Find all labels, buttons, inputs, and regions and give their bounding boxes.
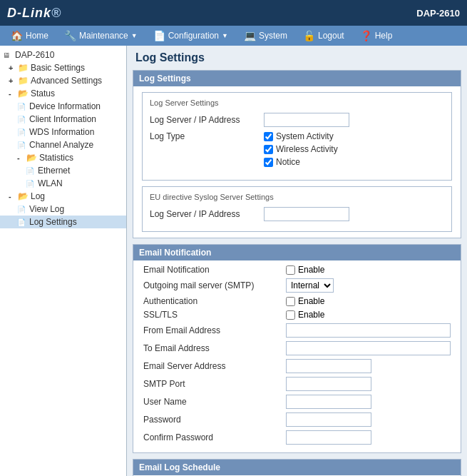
server-ip-input[interactable] — [264, 113, 349, 127]
doc-icon-6: 📄 — [26, 180, 36, 188]
sidebar-item-advanced-label: Advanced Settings — [31, 76, 102, 86]
email-schedule-section: Email Log Schedule Schedule 0 1 2 3 6 12… — [133, 459, 461, 476]
authentication-label: Authentication — [143, 296, 286, 306]
home-icon: 🏠 — [11, 30, 23, 41]
confirm-password-row: Confirm Password — [142, 430, 452, 445]
log-settings-content: Log Server Settings Log Server / IP Addr… — [133, 86, 461, 238]
configuration-arrow: ▼ — [222, 32, 228, 39]
model-label: DAP-2610 — [416, 8, 460, 19]
confirm-password-input[interactable] — [286, 430, 371, 445]
password-input[interactable] — [286, 412, 371, 427]
nav-logout-label: Logout — [318, 31, 344, 41]
sidebar-item-channel-analyze[interactable]: 📄 Channel Analyze — [0, 138, 126, 151]
sidebar-item-wlan-label: WLAN — [38, 178, 63, 188]
authentication-row: Authentication Enable — [142, 296, 452, 306]
sidebar-item-log-settings[interactable]: 📄 Log Settings — [0, 216, 126, 228]
ssl-tls-row: SSL/TLS Enable — [142, 310, 452, 320]
sidebar-item-basic[interactable]: + 📁 Basic Settings — [0, 61, 126, 74]
sidebar-item-advanced[interactable]: + 📁 Advanced Settings — [0, 74, 126, 87]
nav-system-label: System — [259, 31, 287, 41]
sidebar-item-statistics-label: Statistics — [39, 153, 73, 163]
sidebar-item-view-log[interactable]: 📄 View Log — [0, 203, 126, 216]
logout-icon: 🔓 — [303, 30, 315, 41]
nav-maintenance[interactable]: 🔧 Maintenance ▼ — [57, 28, 145, 44]
system-icon: 💻 — [244, 30, 256, 41]
sidebar-item-status-label: Status — [31, 88, 55, 98]
eu-directive-fieldset: EU directive Syslog Server Settings Log … — [142, 186, 452, 232]
email-schedule-header: Email Log Schedule — [133, 460, 461, 475]
email-notification-content: Email Notification Enable Outgoing mail … — [133, 260, 461, 452]
advanced-toggle: + — [9, 76, 16, 85]
doc-icon-4: 📄 — [17, 141, 27, 149]
password-label: Password — [143, 415, 286, 425]
log-server-fieldset: Log Server Settings Log Server / IP Addr… — [142, 92, 452, 181]
email-notification-row: Email Notification Enable — [142, 265, 452, 275]
computer-icon: 🖥 — [3, 51, 13, 59]
from-email-input[interactable] — [286, 323, 451, 338]
statistics-toggle: - — [17, 153, 24, 162]
nav-help[interactable]: ❓ Help — [353, 28, 400, 44]
smtp-port-input[interactable] — [286, 377, 371, 391]
nav-configuration-label: Configuration — [168, 31, 219, 41]
from-email-label: From Email Address — [143, 325, 286, 335]
sidebar-item-ethernet-label: Ethernet — [38, 166, 70, 176]
folder-icon: 📁 — [18, 63, 29, 73]
sidebar-item-status[interactable]: - 📂 Status — [0, 87, 126, 100]
nav-maintenance-label: Maintenance — [79, 31, 128, 41]
email-notification-checkbox[interactable] — [286, 265, 295, 275]
nav-configuration[interactable]: 📄 Configuration ▼ — [146, 28, 235, 44]
folder-icon-2: 📁 — [18, 76, 29, 86]
log-settings-header: Log Settings — [133, 71, 461, 86]
nav-home-label: Home — [26, 31, 48, 41]
sidebar-item-wds-info[interactable]: 📄 WDS Information — [0, 126, 126, 138]
sidebar-item-log[interactable]: - 📂 Log — [0, 190, 126, 203]
from-email-row: From Email Address — [142, 323, 452, 338]
to-email-row: To Email Address — [142, 341, 452, 355]
username-input[interactable] — [286, 395, 371, 409]
doc-icon-5: 📄 — [26, 167, 36, 175]
sidebar-item-channel-analyze-label: Channel Analyze — [29, 140, 93, 150]
sidebar-item-client-info-label: Client Information — [29, 114, 96, 124]
system-activity-checkbox[interactable] — [264, 132, 273, 141]
log-settings-section: Log Settings Log Server Settings Log Ser… — [133, 70, 461, 238]
smtp-server-select[interactable]: Internal — [286, 278, 334, 293]
wireless-activity-label: Wireless Activity — [276, 144, 338, 154]
email-notification-label: Email Notification — [143, 265, 286, 275]
ssl-tls-label: SSL/TLS — [143, 310, 286, 320]
doc-icon-3: 📄 — [17, 128, 27, 136]
eu-server-ip-row: Log Server / IP Address — [150, 207, 444, 221]
doc-icon-1: 📄 — [17, 103, 27, 111]
log-toggle: - — [9, 192, 16, 201]
maintenance-icon: 🔧 — [64, 30, 76, 41]
sidebar-item-device-info[interactable]: 📄 Device Information — [0, 100, 126, 113]
sidebar-item-client-info[interactable]: 📄 Client Information — [0, 113, 126, 126]
smtp-server-label: Outgoing mail server (SMTP) — [143, 280, 286, 290]
sidebar-item-basic-label: Basic Settings — [31, 63, 85, 73]
to-email-label: To Email Address — [143, 343, 286, 353]
doc-icon-7: 📄 — [17, 206, 27, 213]
smtp-server-row: Outgoing mail server (SMTP) Internal — [142, 278, 452, 293]
header: D-Link® DAP-2610 — [0, 0, 467, 26]
server-ip-row: Log Server / IP Address — [150, 113, 444, 127]
sidebar-item-ethernet[interactable]: 📄 Ethernet — [0, 164, 126, 177]
status-toggle: - — [9, 89, 16, 98]
nav-system[interactable]: 💻 System — [237, 28, 294, 44]
sidebar-item-dap2610[interactable]: 🖥 DAP-2610 — [0, 49, 126, 61]
sidebar-item-statistics[interactable]: - 📂 Statistics — [0, 151, 126, 164]
ssl-tls-checkbox[interactable] — [286, 310, 295, 320]
authentication-checkbox[interactable] — [286, 297, 295, 306]
eu-server-ip-label: Log Server / IP Address — [150, 209, 264, 219]
notice-checkbox[interactable] — [264, 158, 273, 167]
sidebar-item-view-log-label: View Log — [29, 204, 64, 214]
to-email-input[interactable] — [286, 341, 451, 355]
sidebar-item-wds-info-label: WDS Information — [29, 127, 94, 137]
sidebar-item-wlan[interactable]: 📄 WLAN — [0, 177, 126, 190]
email-server-input[interactable] — [286, 359, 371, 373]
nav-logout[interactable]: 🔓 Logout — [296, 28, 351, 44]
smtp-port-label: SMTP Port — [143, 379, 286, 389]
username-row: User Name — [142, 395, 452, 409]
nav-home[interactable]: 🏠 Home — [4, 28, 56, 44]
eu-server-ip-input[interactable] — [264, 207, 349, 221]
smtp-port-row: SMTP Port — [142, 377, 452, 391]
wireless-activity-checkbox[interactable] — [264, 145, 273, 154]
